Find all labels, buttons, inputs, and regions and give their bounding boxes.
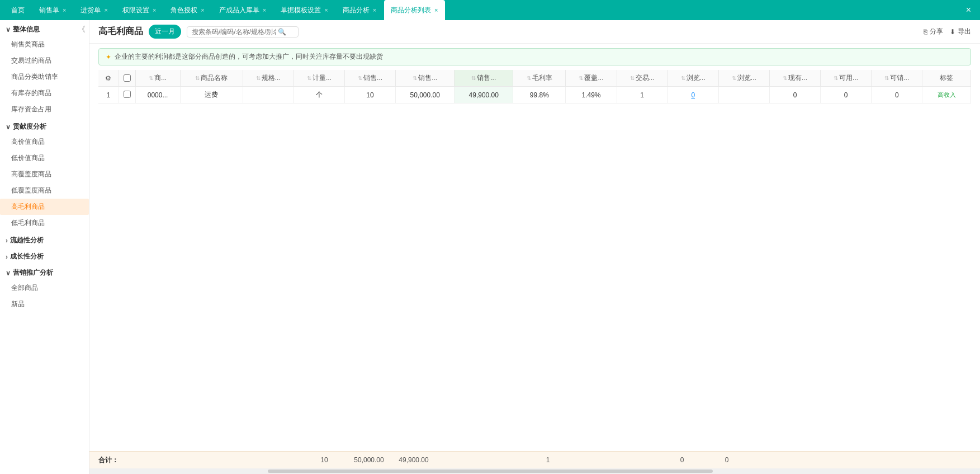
col-unit[interactable]: ⇅ 计量... <box>293 70 344 87</box>
cell-current-stock: 0 <box>769 87 820 104</box>
settings-icon[interactable]: ⚙ <box>105 74 111 82</box>
sort-icon-saleable: ⇅ <box>884 75 889 81</box>
nav-tab-permission[interactable]: 权限设置 × <box>116 0 163 20</box>
sort-icon-unit: ⇅ <box>307 75 311 81</box>
close-template-tab[interactable]: × <box>324 7 328 13</box>
col-tag[interactable]: 标签 <box>922 70 971 87</box>
close-all-button[interactable]: × <box>962 5 976 15</box>
close-inbound-tab[interactable]: × <box>263 7 266 13</box>
nav-tab-sales[interactable]: 销售单 × <box>32 0 73 20</box>
sort-icon-amount: ⇅ <box>413 75 417 81</box>
close-sales-tab[interactable]: × <box>63 7 66 13</box>
cell-checkbox[interactable] <box>119 87 135 104</box>
arrow-down-icon-2: ∨ <box>6 123 11 131</box>
col-sales-profit[interactable]: ⇅ 销售... <box>455 70 513 87</box>
close-analysis-tab[interactable]: × <box>373 7 376 13</box>
sidebar-item-high-value[interactable]: 高价值商品 <box>0 134 89 150</box>
cell-sales-profit: 49,900.00 <box>455 87 513 104</box>
export-button[interactable]: ⬇ 导出 <box>950 27 971 36</box>
col-sales-qty[interactable]: ⇅ 销售... <box>344 70 395 87</box>
sort-icon: ⇅ <box>149 75 153 81</box>
footer-available: 0 <box>704 455 749 465</box>
export-icon: ⬇ <box>950 28 955 36</box>
main-layout: 《 ∨ 整体信息 销售类商品 交易过的商品 商品分类助销率 有库存的商品 库存资… <box>0 20 980 474</box>
sort-icon-available: ⇅ <box>834 75 838 81</box>
col-gross-margin[interactable]: ⇅ 毛利率 <box>513 70 566 87</box>
select-all-checkbox[interactable] <box>124 74 131 82</box>
col-coverage[interactable]: ⇅ 覆盖... <box>566 70 617 87</box>
sidebar-item-low-value[interactable]: 低价值商品 <box>0 150 89 166</box>
sidebar-toggle-button[interactable]: 《 <box>78 25 86 35</box>
close-role-tab[interactable]: × <box>201 7 204 13</box>
cell-unit: 个 <box>293 87 344 104</box>
nav-tab-analysis[interactable]: 商品分析 × <box>336 0 383 20</box>
footer-empty-5 <box>436 455 481 465</box>
sort-icon-qty: ⇅ <box>358 75 362 81</box>
col-name[interactable]: ⇅ 商品名称 <box>180 70 243 87</box>
footer-trade: 1 <box>525 455 570 465</box>
footer-empty-9 <box>749 455 794 465</box>
cell-saleable: 0 <box>872 87 922 104</box>
sidebar-item-stock-goods[interactable]: 有库存的商品 <box>0 85 89 101</box>
footer-empty-3 <box>212 455 257 465</box>
share-button[interactable]: ⎘ 分享 <box>924 27 943 36</box>
sidebar-item-all-goods[interactable]: 全部商品 <box>0 280 89 296</box>
footer-empty-8 <box>615 455 660 465</box>
top-nav: 首页 销售单 × 进货单 × 权限设置 × 角色授权 × 产成品入库单 × 单据… <box>0 0 980 20</box>
table-wrapper: ⚙ ⇅ 商... <box>89 70 980 451</box>
footer-sales-amount: 50,000.00 <box>347 455 391 465</box>
nav-tab-purchase[interactable]: 进货单 × <box>74 0 114 20</box>
sidebar-item-low-coverage[interactable]: 低覆盖度商品 <box>0 182 89 199</box>
filter-recent-month-button[interactable]: 近一月 <box>149 25 181 39</box>
sidebar-group-marketing[interactable]: ∨ 营销推广分析 <box>0 264 89 280</box>
sidebar-group-overall[interactable]: ∨ 整体信息 <box>0 20 89 36</box>
col-code[interactable]: ⇅ 商... <box>135 70 180 87</box>
arrow-right-icon-2: › <box>6 253 8 261</box>
sort-icon-name: ⇅ <box>195 75 200 81</box>
content-header: 高毛利商品 近一月 🔍 ⎘ 分享 ⬇ 导出 <box>89 20 980 44</box>
sort-icon-margin: ⇅ <box>527 75 531 81</box>
nav-tab-template[interactable]: 单据模板设置 × <box>274 0 334 20</box>
nav-tab-analysis-list[interactable]: 商品分析列表 × <box>384 0 444 20</box>
row-checkbox[interactable] <box>124 91 131 98</box>
data-table: ⚙ ⇅ 商... <box>98 70 971 104</box>
col-settings[interactable]: ⚙ <box>98 70 119 87</box>
footer-sales-qty: 10 <box>302 455 347 465</box>
nav-tab-role[interactable]: 角色授权 × <box>164 0 211 20</box>
nav-tab-home[interactable]: 首页 <box>4 0 31 20</box>
sidebar-group-growth[interactable]: › 成长性分析 <box>0 247 89 264</box>
close-permission-tab[interactable]: × <box>153 7 156 13</box>
close-analysis-list-tab[interactable]: × <box>434 7 438 13</box>
col-current-stock[interactable]: ⇅ 现有... <box>769 70 820 87</box>
col-spec[interactable]: ⇅ 规格... <box>243 70 293 87</box>
col-checkbox[interactable] <box>119 70 135 87</box>
search-input[interactable] <box>192 28 276 36</box>
sidebar-group-trend[interactable]: › 流趋性分析 <box>0 231 89 247</box>
nav-tab-inbound[interactable]: 产成品入库单 × <box>212 0 273 20</box>
sidebar-item-sales-goods[interactable]: 销售类商品 <box>0 36 89 53</box>
sidebar-item-traded-goods[interactable]: 交易过的商品 <box>0 53 89 69</box>
col-browse2[interactable]: ⇅ 浏览... <box>718 70 769 87</box>
sidebar-item-low-margin[interactable]: 低毛利商品 <box>0 215 89 231</box>
search-icon[interactable]: 🔍 <box>278 28 286 36</box>
scrollbar-thumb[interactable] <box>268 470 713 473</box>
col-browse1[interactable]: ⇅ 浏览... <box>667 70 718 87</box>
browse1-link[interactable]: 0 <box>691 91 695 99</box>
cell-trade: 1 <box>617 87 667 104</box>
col-available[interactable]: ⇅ 可用... <box>821 70 872 87</box>
sidebar-group-contribution[interactable]: ∨ 贡献度分析 <box>0 118 89 134</box>
footer-cells: 10 50,000.00 49,900.00 1 0 0 <box>123 455 971 465</box>
sidebar-item-stock-capital[interactable]: 库存资金占用 <box>0 101 89 118</box>
sidebar-item-category-rate[interactable]: 商品分类助销率 <box>0 69 89 85</box>
close-purchase-tab[interactable]: × <box>104 7 107 13</box>
col-trade[interactable]: ⇅ 交易... <box>617 70 667 87</box>
cell-gross-margin: 99.8% <box>513 87 566 104</box>
sidebar-item-high-margin[interactable]: 高毛利商品 <box>0 199 89 215</box>
col-saleable[interactable]: ⇅ 可销... <box>872 70 922 87</box>
horizontal-scrollbar[interactable] <box>89 468 980 474</box>
cell-name: 运费 <box>180 87 243 104</box>
cell-browse1[interactable]: 0 <box>667 87 718 104</box>
sidebar-item-high-coverage[interactable]: 高覆盖度商品 <box>0 166 89 182</box>
sidebar-item-new-goods[interactable]: 新品 <box>0 296 89 312</box>
col-sales-amount[interactable]: ⇅ 销售... <box>396 70 455 87</box>
